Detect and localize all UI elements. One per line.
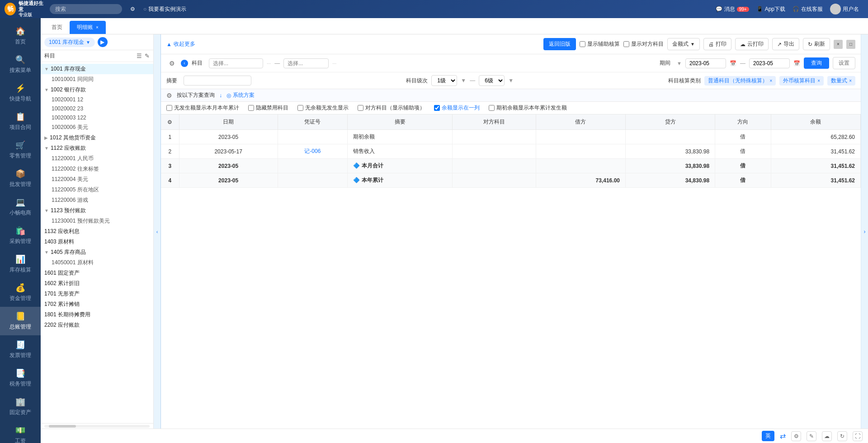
sidebar-item-purchase[interactable]: 🛍️ 采购管理	[0, 221, 41, 250]
gear-col-icon[interactable]: ⚙	[167, 119, 172, 125]
right-collapse-btn[interactable]: ›	[861, 34, 868, 429]
status-settings-btn[interactable]: ⚙	[791, 431, 801, 441]
level-to-select[interactable]: 6级	[479, 75, 505, 86]
filter-tag-quantity-close[interactable]: ×	[849, 78, 852, 83]
filter-tag-foreign-close[interactable]: ×	[817, 78, 820, 83]
tree-horizontal-scrollbar[interactable]	[44, 425, 150, 428]
checkbox-show-ytd[interactable]: 期初余额显示本年累计发生额	[489, 104, 567, 112]
filter-tag-foreign[interactable]: 外币核算科目 ×	[779, 76, 824, 86]
voucher-link-2[interactable]: 记-006	[304, 148, 321, 154]
cell-voucher-2[interactable]: 记-006	[278, 144, 347, 159]
demo-link[interactable]: ○ 我要看实例演示	[143, 5, 186, 13]
tree-node-1602[interactable]: 1602 累计折旧	[41, 278, 153, 289]
checkbox-hide-disabled[interactable]: 隐藏禁用科目	[248, 104, 288, 112]
tree-node-11220005[interactable]: 11220005 所在地区	[41, 185, 153, 195]
query-expand-icon[interactable]: ↓	[219, 92, 222, 99]
tree-node-10020003[interactable]: 10020003 122	[41, 113, 153, 122]
checkbox-no-balance[interactable]: 无余额无发生显示	[297, 104, 349, 112]
status-cloud-btn[interactable]: ☁	[822, 431, 832, 441]
sidebar-item-retail[interactable]: 🛒 零售管理	[0, 136, 41, 164]
sidebar-item-salary[interactable]: 💵 工资	[0, 421, 41, 443]
app-download-btn[interactable]: 📱 App下载	[756, 5, 785, 13]
tree-node-10020006[interactable]: 10020006 美元	[41, 122, 153, 133]
sidebar-item-tax[interactable]: 📑 税务管理	[0, 364, 41, 392]
period-cal-icon-2[interactable]: 📅	[793, 60, 800, 67]
sidebar-item-wholesale[interactable]: 📦 批发管理	[0, 164, 41, 193]
print-btn[interactable]: 🖨 打印	[703, 38, 731, 50]
tree-node-1403[interactable]: 1403 原材料	[41, 237, 153, 247]
tree-node-1601[interactable]: 1601 固定资产	[41, 268, 153, 278]
show-opposite-checkbox[interactable]: 显示对方科目	[623, 40, 664, 48]
tree-node-1702[interactable]: 1702 累计摊销	[41, 299, 153, 310]
tab-detail[interactable]: 明细账 ×	[70, 21, 106, 34]
checkbox-no-activity[interactable]: 无发生额显示本月本年累计	[166, 104, 239, 112]
summary-input[interactable]	[184, 76, 251, 86]
tree-node-1405[interactable]: ▼ 1405 库存商品	[41, 247, 153, 257]
sidebar-item-capital[interactable]: 💰 资金管理	[0, 278, 41, 307]
tree-node-1122[interactable]: ▼ 1122 应收账款	[41, 143, 153, 153]
close-panel-btn[interactable]: ×	[834, 40, 843, 49]
checkbox-show-opposite-input[interactable]	[358, 105, 363, 111]
sidebar-item-project[interactable]: 📋 项目合同	[0, 107, 41, 136]
lang-btn[interactable]: 英	[762, 431, 774, 441]
filter-tag-normal[interactable]: 普通科目（无特殊核算） ×	[704, 76, 776, 86]
tree-node-10010001[interactable]: 10010001 同同同	[41, 74, 153, 85]
sidebar-item-ecommerce[interactable]: 💻 小畅电商	[0, 193, 41, 221]
settings-btn-filter[interactable]: 设置	[833, 57, 855, 69]
tree-node-11220002[interactable]: 11220002 往来标签	[41, 164, 153, 174]
period-from-input[interactable]	[685, 58, 726, 68]
checkbox-show-opposite[interactable]: 对方科目（显示辅助项）	[358, 104, 425, 112]
status-refresh-btn[interactable]: ↻	[837, 431, 847, 441]
filter-tag-normal-close[interactable]: ×	[769, 78, 772, 83]
tree-node-1123[interactable]: ▼ 1123 预付账款	[41, 205, 153, 216]
tab-home[interactable]: 首页	[44, 21, 70, 34]
query-btn[interactable]: 查询	[804, 57, 829, 69]
message-btn[interactable]: 💬 消息 99+	[716, 5, 749, 13]
online-service-btn[interactable]: 🎧 在线客服	[793, 5, 823, 13]
period-cal-icon-1[interactable]: 📅	[730, 60, 736, 67]
refresh-btn[interactable]: ↻ 刷新	[803, 38, 830, 50]
translate-icon[interactable]: ⇄	[780, 432, 786, 440]
collapse-more-btn[interactable]: ▲ 收起更多	[166, 40, 195, 48]
checkbox-no-balance-input[interactable]	[297, 105, 303, 111]
export-btn[interactable]: ↗ 导出	[772, 38, 799, 50]
search-input[interactable]	[50, 4, 122, 14]
sidebar-item-general-ledger[interactable]: 📒 总账管理	[0, 307, 41, 335]
tree-node-10020001[interactable]: 10020001 12	[41, 95, 153, 104]
filter-left-arrow-btn[interactable]: ‹	[181, 60, 188, 67]
sidebar-item-quicknav[interactable]: ⚡ 快捷导航	[0, 79, 41, 107]
maximize-panel-btn[interactable]: □	[846, 40, 855, 49]
tree-node-2202[interactable]: 2202 应付账款	[41, 320, 153, 330]
tree-list-icon[interactable]: ☰	[137, 52, 142, 59]
gold-mode-btn[interactable]: 金额式 ▼	[667, 38, 700, 50]
tree-node-11220001[interactable]: 11220001 人民币	[41, 153, 153, 164]
tree-edit-icon[interactable]: ✎	[145, 52, 150, 59]
tree-node-1012[interactable]: ▶ 1012 其他货币资金	[41, 133, 153, 143]
tree-node-10020002[interactable]: 10020002 23	[41, 104, 153, 113]
query-settings-icon[interactable]: ⚙	[166, 92, 172, 99]
checkbox-no-activity-input[interactable]	[166, 105, 172, 111]
level-from-select[interactable]: 1级	[431, 75, 457, 86]
tree-node-1132[interactable]: 1132 应收利息	[41, 226, 153, 237]
sidebar-item-fixed-assets[interactable]: 🏢 固定资产	[0, 392, 41, 421]
user-menu[interactable]: 用户名	[830, 4, 859, 14]
current-account-tag[interactable]: 1001 库存现金 ▼	[44, 38, 95, 47]
cloud-print-btn[interactable]: ☁ 云打印	[735, 38, 769, 50]
return-old-btn[interactable]: 返回旧版	[543, 38, 576, 50]
period-to-input[interactable]	[749, 58, 790, 68]
sidebar-item-invoice[interactable]: 🧾 发票管理	[0, 335, 41, 364]
sidebar-item-home[interactable]: 🏠 首页	[0, 22, 41, 50]
show-opposite-input[interactable]	[623, 41, 629, 47]
settings-btn[interactable]: ⚙	[127, 4, 139, 14]
tree-node-11220004[interactable]: 11220004 美元	[41, 174, 153, 185]
tree-node-1001[interactable]: ▼ 1001 库存现金	[41, 64, 153, 74]
tree-node-11220006[interactable]: 11220006 游戏	[41, 195, 153, 205]
tree-node-1002[interactable]: ▼ 1002 银行存款	[41, 85, 153, 95]
checkbox-balance-single-col[interactable]: 余额显示在一列	[434, 104, 480, 112]
subject-input-2[interactable]	[283, 58, 329, 68]
filter-tag-quantity[interactable]: 数量式 ×	[827, 76, 855, 86]
tab-detail-close[interactable]: ×	[96, 25, 99, 30]
tree-node-1701[interactable]: 1701 无形资产	[41, 289, 153, 299]
status-fullscreen-btn[interactable]: ⛶	[853, 431, 863, 441]
scheme-btn[interactable]: ◎ 系统方案	[226, 91, 255, 99]
